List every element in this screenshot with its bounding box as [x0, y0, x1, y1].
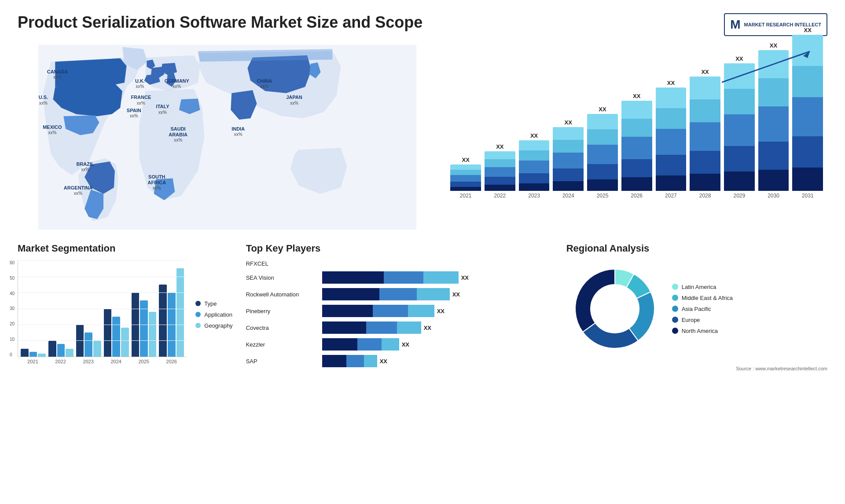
map-svg	[18, 45, 437, 230]
bar-seg-1	[519, 173, 550, 183]
player-bar-3	[322, 305, 434, 317]
bar-year-label-2028: 2028	[699, 193, 711, 199]
us-label: U.S.xx%	[39, 95, 48, 106]
regional-section: Regional Analysis Latin AmericaMiddle Ea…	[566, 243, 827, 372]
saudi-label: SAUDIARABIAxx%	[169, 126, 187, 143]
player-bar-6	[322, 355, 377, 367]
seg-bar-0	[21, 349, 29, 357]
bar-seg-2	[553, 153, 584, 168]
player-name-0: RFXCEL	[246, 260, 319, 267]
player-bar-1	[322, 271, 459, 284]
player-row-5: KezzlerXX	[246, 338, 553, 351]
brazil-label: BRAZILxx%	[76, 161, 94, 172]
player-bar-seg	[357, 338, 382, 351]
bar-group-2023: XX2023	[519, 132, 550, 199]
player-bar-seg	[322, 305, 373, 317]
player-bar-seg	[322, 271, 384, 284]
bar-top-label-2027: XX	[667, 80, 675, 86]
player-bar-seg	[397, 321, 421, 334]
seg-bar-2	[121, 328, 129, 357]
argentina-label: ARGENTINAxx%	[64, 185, 92, 196]
bar-seg-1	[792, 136, 823, 168]
donut-legend-label-3: Europe	[682, 317, 700, 323]
player-xx-1: XX	[461, 274, 469, 281]
player-name-2: Rockwell Automation	[246, 291, 319, 298]
uk-label: U.K.xx%	[135, 78, 145, 89]
seg-bar-2	[38, 354, 46, 357]
bar-stack-2028	[690, 77, 720, 191]
southafrica-label: SOUTHAFRICAxx%	[148, 174, 166, 191]
bar-seg-3	[587, 129, 618, 145]
italy-label: ITALYxx%	[156, 104, 169, 115]
legend-type: Type	[195, 300, 232, 307]
bar-seg-4	[621, 101, 652, 119]
player-row-6: SAPXX	[246, 355, 553, 367]
donut-legend-item-2: Asia Pacific	[672, 306, 733, 312]
svg-line-1	[722, 51, 810, 82]
bar-seg-4	[690, 77, 720, 99]
bar-seg-1	[621, 159, 652, 177]
seg-bar-2	[176, 268, 184, 357]
bar-seg-1	[656, 155, 687, 175]
player-bar-wrap-3: XX	[322, 305, 445, 317]
bar-seg-3	[621, 119, 652, 137]
player-bar-seg	[408, 305, 434, 317]
player-bar-seg	[322, 288, 379, 300]
bar-group-2022: XX2022	[485, 143, 515, 199]
bar-seg-2	[758, 106, 789, 142]
donut-legend-dot-0	[672, 284, 678, 290]
player-bar-wrap-5: XX	[322, 338, 409, 351]
player-bar-seg	[379, 288, 417, 300]
bar-seg-2	[792, 97, 823, 136]
player-xx-2: XX	[452, 291, 460, 298]
bar-year-label-2022: 2022	[494, 193, 506, 199]
player-bar-wrap-2: XX	[322, 288, 460, 300]
bar-seg-2	[724, 114, 755, 146]
player-bar-seg	[364, 355, 377, 367]
player-row-2: Rockwell AutomationXX	[246, 288, 553, 300]
bar-seg-1	[485, 177, 515, 185]
seg-bar-0	[159, 285, 167, 357]
bar-stack-2024	[553, 127, 584, 191]
bar-seg-2	[519, 161, 550, 173]
spain-label: SPAINxx%	[127, 108, 141, 119]
bar-seg-4	[553, 127, 584, 140]
seg-bar-1	[112, 317, 120, 357]
page-title: Product Serialization Software Market Si…	[18, 13, 422, 32]
bar-top-label-2031: XX	[804, 27, 812, 33]
bar-seg-0	[450, 187, 481, 191]
bar-year-label-2029: 2029	[733, 193, 745, 199]
legend-type-label: Type	[204, 300, 217, 307]
india-label: INDIAxx%	[231, 126, 245, 137]
bar-seg-0	[485, 185, 515, 191]
donut-chart	[566, 260, 663, 357]
donut-legend-item-0: Latin America	[672, 284, 733, 290]
legend-application-dot	[195, 312, 201, 317]
player-name-3: Pineberry	[246, 308, 319, 314]
bar-stack-2027	[656, 88, 687, 191]
legend-type-dot	[195, 301, 201, 306]
bar-seg-1	[758, 142, 789, 170]
player-xx-3: XX	[437, 308, 445, 314]
bar-stack-2022	[485, 151, 515, 191]
player-name-5: Kezzler	[246, 341, 319, 348]
bar-seg-3	[690, 99, 720, 122]
donut-legend-label-1: Middle East & Africa	[682, 295, 733, 301]
seg-bar-2	[93, 341, 101, 357]
bar-top-label-2022: XX	[496, 143, 503, 150]
player-bar-wrap-1: XX	[322, 271, 469, 284]
bar-year-label-2026: 2026	[631, 193, 643, 199]
donut-legend-item-3: Europe	[672, 317, 733, 323]
bar-seg-2	[450, 175, 481, 182]
player-bar-5	[322, 338, 399, 351]
players-title: Top Key Players	[246, 243, 553, 254]
bar-seg-2	[485, 167, 515, 177]
bar-seg-0	[587, 179, 618, 191]
donut-legend-dot-4	[672, 328, 678, 334]
gridline-20	[18, 325, 187, 325]
players-section: Top Key Players RFXCELSEA VisionXXRockwe…	[246, 243, 553, 372]
bar-year-label-2030: 2030	[768, 193, 779, 199]
donut-legend-dot-1	[672, 295, 678, 301]
bar-top-label-2021: XX	[462, 157, 470, 163]
bar-top-label-2030: XX	[770, 42, 777, 49]
